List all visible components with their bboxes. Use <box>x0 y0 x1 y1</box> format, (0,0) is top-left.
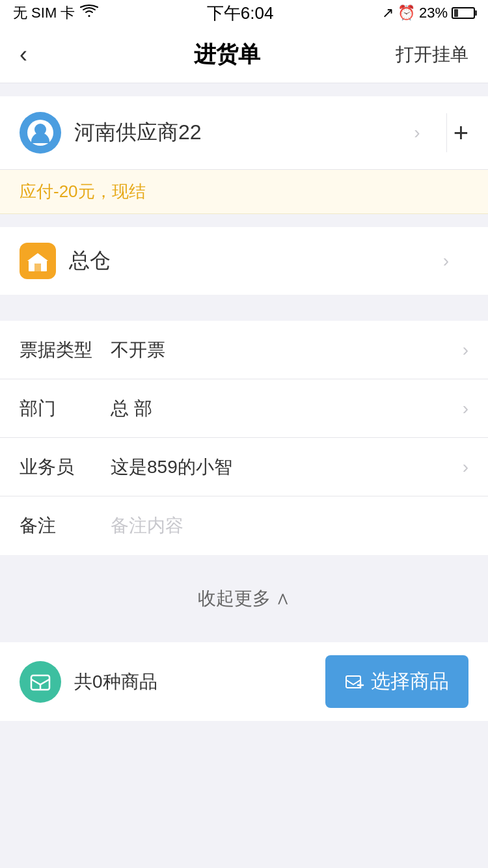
status-right: ↗ ⏰ 23% <box>382 5 475 21</box>
status-bar: 无 SIM 卡 下午6:04 ↗ ⏰ 23% <box>0 0 488 26</box>
invoice-type-value: 不开票 <box>98 338 463 362</box>
form-section: 票据类型 不开票 › 部门 总 部 › 业务员 这是859的小智 › 备注 备注… <box>0 321 488 555</box>
nav-bar: ‹ 进货单 打开挂单 <box>0 26 488 83</box>
salesperson-value: 这是859的小智 <box>98 455 463 480</box>
salesperson-label: 业务员 <box>20 455 98 480</box>
supplier-name: 河南供应商22 <box>74 118 414 147</box>
salesperson-row[interactable]: 业务员 这是859的小智 › <box>0 438 488 496</box>
section-gap-3 <box>0 295 488 308</box>
notice-text: 应付-20元，现结 <box>20 182 146 201</box>
warehouse-icon <box>20 243 56 279</box>
remark-input[interactable]: 备注内容 <box>98 513 468 538</box>
product-icon <box>20 661 61 703</box>
back-button[interactable]: ‹ <box>20 41 59 68</box>
department-row[interactable]: 部门 总 部 › <box>0 379 488 438</box>
page-title: 进货单 <box>194 40 260 70</box>
product-svg <box>27 669 53 695</box>
product-count-label: 共0种商品 <box>74 670 325 694</box>
department-value: 总 部 <box>98 396 463 421</box>
collapse-label: 收起更多 ∧ <box>198 588 291 608</box>
select-product-icon <box>345 672 364 692</box>
wifi-icon <box>80 5 98 21</box>
avatar-inner <box>27 120 53 146</box>
alarm-icon: ⏰ <box>398 5 415 21</box>
section-gap-1 <box>0 83 488 96</box>
warehouse-row[interactable]: 总仓 › <box>0 227 488 295</box>
warehouse-chevron-icon: › <box>443 251 449 271</box>
divider <box>446 113 447 152</box>
remark-row[interactable]: 备注 备注内容 <box>0 496 488 555</box>
battery-icon <box>452 7 475 19</box>
location-icon: ↗ <box>382 5 394 21</box>
select-product-button[interactable]: 选择商品 <box>325 655 468 708</box>
supplier-chevron-icon: › <box>414 122 420 143</box>
collapse-bar[interactable]: 收起更多 ∧ <box>0 568 488 629</box>
department-chevron-icon: › <box>463 398 468 419</box>
add-supplier-button[interactable]: + <box>454 120 468 146</box>
supplier-row[interactable]: 河南供应商22 › + <box>0 96 488 170</box>
department-label: 部门 <box>20 396 98 421</box>
open-pending-button[interactable]: 打开挂单 <box>396 42 468 67</box>
svg-marker-1 <box>27 253 48 261</box>
notice-bar: 应付-20元，现结 <box>0 170 488 214</box>
invoice-type-label: 票据类型 <box>20 338 98 362</box>
salesperson-chevron-icon: › <box>463 457 468 478</box>
remark-label: 备注 <box>20 513 98 538</box>
section-gap-2 <box>0 214 488 227</box>
status-time: 下午6:04 <box>207 2 274 25</box>
battery-percent: 23% <box>419 5 448 21</box>
invoice-chevron-icon: › <box>463 340 468 360</box>
status-left: 无 SIM 卡 <box>13 3 98 23</box>
warehouse-svg <box>26 249 49 273</box>
bottom-bar: 共0种商品 选择商品 <box>0 642 488 721</box>
invoice-type-row[interactable]: 票据类型 不开票 › <box>0 321 488 379</box>
warehouse-section: 总仓 › <box>0 227 488 295</box>
svg-rect-3 <box>34 264 41 271</box>
supplier-section: 河南供应商22 › + 应付-20元，现结 <box>0 96 488 214</box>
select-product-label: 选择商品 <box>371 668 449 695</box>
supplier-avatar <box>20 112 61 154</box>
carrier-label: 无 SIM 卡 <box>13 3 75 23</box>
warehouse-name: 总仓 <box>69 247 443 275</box>
